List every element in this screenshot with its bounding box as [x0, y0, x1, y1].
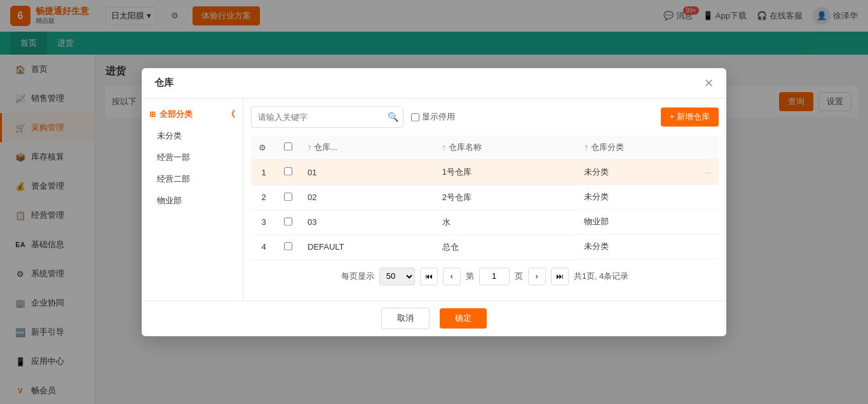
- row-name: 2号仓库: [435, 185, 577, 210]
- row-code: DEFAULT: [300, 234, 435, 259]
- table-row[interactable]: 2 02 2号仓库 未分类: [251, 185, 719, 210]
- search-box: 🔍: [251, 106, 403, 128]
- all-categories[interactable]: ⊞ 全部分类 《: [142, 104, 243, 125]
- show-disabled-label[interactable]: 显示停用: [411, 111, 455, 123]
- modal-header: 仓库 ✕: [142, 68, 726, 98]
- show-disabled-checkbox[interactable]: [411, 113, 419, 121]
- col-category: ↑ 仓库分类: [576, 135, 719, 160]
- row-index: 1: [251, 160, 276, 185]
- col-code: ↑ 仓库...: [300, 135, 435, 160]
- cat-item-property[interactable]: 物业部: [142, 190, 243, 212]
- row-category: 未分类: [576, 234, 719, 259]
- modal-footer: 取消 确定: [142, 300, 726, 336]
- row-checkbox[interactable]: [276, 160, 300, 185]
- first-page-btn[interactable]: ⏮: [420, 267, 438, 285]
- table-row[interactable]: 3 03 水 物业部: [251, 210, 719, 234]
- next-page-btn[interactable]: ›: [528, 267, 546, 285]
- cat-item-unclassified[interactable]: 未分类: [142, 125, 243, 147]
- table-toolbar: 🔍 显示停用 + 新增仓库: [251, 106, 719, 128]
- select-all-checkbox[interactable]: [284, 142, 292, 151]
- search-btn[interactable]: 🔍: [383, 107, 403, 127]
- search-input[interactable]: [252, 109, 383, 126]
- row-checkbox[interactable]: [276, 185, 300, 210]
- table-row[interactable]: 1 01 1号仓库 未分类 ···: [251, 160, 719, 185]
- row-code: 03: [300, 210, 435, 234]
- row-name: 总仓: [435, 234, 577, 259]
- row-code: 02: [300, 185, 435, 210]
- page-input[interactable]: [479, 267, 510, 285]
- row-code: 01: [300, 160, 435, 185]
- last-page-btn[interactable]: ⏭: [551, 267, 569, 285]
- new-warehouse-btn[interactable]: + 新增仓库: [661, 107, 719, 126]
- cat-item-dept2[interactable]: 经营二部: [142, 168, 243, 190]
- per-page-select[interactable]: 50 100 200: [379, 267, 415, 285]
- col-settings[interactable]: ⚙: [251, 135, 276, 160]
- modal-body: ⊞ 全部分类 《 未分类 经营一部 经营二部 物业部: [142, 98, 726, 300]
- col-checkbox: [276, 135, 300, 160]
- row-index: 3: [251, 210, 276, 234]
- row-index: 4: [251, 234, 276, 259]
- row-category: 未分类 ···: [576, 160, 719, 185]
- row-category: 未分类: [576, 185, 719, 210]
- collapse-left-icon[interactable]: 《: [227, 109, 235, 120]
- table-row[interactable]: 4 DEFAULT 总仓 未分类: [251, 234, 719, 259]
- row-checkbox[interactable]: [276, 210, 300, 234]
- row-checkbox[interactable]: [276, 234, 300, 259]
- row-actions[interactable]: ···: [704, 168, 711, 177]
- warehouse-modal: 仓库 ✕ ⊞ 全部分类 《 未分类 经营一部 经营二部 物业部: [142, 68, 726, 336]
- modal-close-btn[interactable]: ✕: [704, 76, 714, 90]
- pagination: 每页显示 50 100 200 ⏮ ‹ 第 页 › ⏭ 共1页, 4条记录: [251, 260, 719, 293]
- category-sidebar: ⊞ 全部分类 《 未分类 经营一部 经营二部 物业部: [142, 98, 243, 300]
- prev-page-btn[interactable]: ‹: [443, 267, 461, 285]
- row-category: 物业部: [576, 210, 719, 234]
- modal-title: 仓库: [154, 77, 173, 89]
- cat-item-dept1[interactable]: 经营一部: [142, 147, 243, 168]
- confirm-btn[interactable]: 确定: [440, 308, 487, 328]
- row-index: 2: [251, 185, 276, 210]
- cancel-btn[interactable]: 取消: [381, 307, 430, 329]
- table-area: 🔍 显示停用 + 新增仓库 ⚙ ↑: [243, 98, 726, 300]
- warehouse-table: ⚙ ↑ 仓库... ↑ 仓库名称 ↑: [251, 135, 719, 260]
- row-name: 水: [435, 210, 577, 234]
- row-name: 1号仓库: [435, 160, 577, 185]
- grid-icon: ⊞: [149, 110, 156, 119]
- col-name: ↑ 仓库名称: [435, 135, 577, 160]
